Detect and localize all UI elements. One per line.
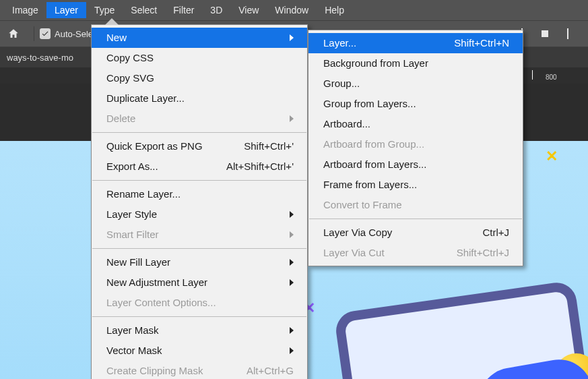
layer-menu-item-export-as[interactable]: Export As...Alt+Shift+Ctrl+' xyxy=(92,156,307,177)
menu-item-label: Layer Via Cut xyxy=(323,245,440,260)
auto-select-checkbox[interactable] xyxy=(40,28,51,39)
new-submenu: Layer...Shift+Ctrl+NBackground from Laye… xyxy=(308,30,523,266)
decor-plus-1: ✕ xyxy=(546,148,558,165)
menu-notch-icon xyxy=(105,18,119,25)
submenu-arrow-icon xyxy=(290,327,294,334)
menu-item-label: Copy CSS xyxy=(106,51,294,65)
menu-separator xyxy=(92,316,306,317)
new-submenu-item-frame-from-layers[interactable]: Frame from Layers... xyxy=(308,175,523,195)
menu-window[interactable]: Window xyxy=(267,2,317,18)
layer-menu-item-vector-mask[interactable]: Vector Mask xyxy=(92,341,307,361)
menu-item-label: Convert to Frame xyxy=(323,198,509,212)
layer-menu-item-new-adjustment-layer[interactable]: New Adjustment Layer xyxy=(92,272,307,293)
menu-separator xyxy=(92,132,306,133)
submenu-arrow-icon xyxy=(290,34,294,41)
menu-item-shortcut: Ctrl+J xyxy=(482,225,509,240)
menu-3d[interactable]: 3D xyxy=(202,2,230,18)
menu-item-shortcut: Shift+Ctrl+' xyxy=(244,139,294,154)
menu-image[interactable]: Image xyxy=(4,2,46,18)
menu-item-label: Layer... xyxy=(323,36,438,51)
menu-item-label: Copy SVG xyxy=(106,71,294,86)
menu-separator xyxy=(92,180,306,181)
submenu-arrow-icon xyxy=(290,259,294,266)
menu-item-label: Layer Style xyxy=(106,207,280,222)
layer-menu-item-create-clipping-mask: Create Clipping MaskAlt+Ctrl+G xyxy=(92,361,307,379)
submenu-arrow-icon xyxy=(290,231,294,238)
new-submenu-item-layer-via-cut: Layer Via CutShift+Ctrl+J xyxy=(308,243,523,263)
ruler-marker xyxy=(532,70,533,80)
ruler-label: 800 xyxy=(546,74,557,81)
layer-menu-item-layer-content-options: Layer Content Options... xyxy=(92,293,307,313)
layer-menu-item-copy-svg[interactable]: Copy SVG xyxy=(92,68,307,88)
menu-item-shortcut: Alt+Shift+Ctrl+' xyxy=(226,159,294,174)
menu-item-shortcut: Alt+Ctrl+G xyxy=(247,363,294,378)
layer-menu-item-smart-filter: Smart Filter xyxy=(92,225,307,245)
layer-menu-item-new[interactable]: New xyxy=(92,28,307,48)
home-icon[interactable] xyxy=(4,24,23,43)
layer-menu-item-rename-layer[interactable]: Rename Layer... xyxy=(92,184,307,204)
menu-item-label: Quick Export as PNG xyxy=(106,139,228,154)
menu-help[interactable]: Help xyxy=(317,2,352,18)
menu-item-label: New Fill Layer xyxy=(106,255,280,270)
divider xyxy=(34,26,34,41)
align-right-icon[interactable] xyxy=(560,26,576,42)
menu-item-label: Artboard from Group... xyxy=(323,137,509,152)
new-submenu-item-artboard-from-group: Artboard from Group... xyxy=(308,134,523,154)
new-submenu-item-layer-via-copy[interactable]: Layer Via CopyCtrl+J xyxy=(308,223,523,243)
menubar: ImageLayerTypeSelectFilter3DViewWindowHe… xyxy=(0,0,588,20)
submenu-arrow-icon xyxy=(290,347,294,354)
new-submenu-item-group[interactable]: Group... xyxy=(308,74,523,94)
layer-menu-item-layer-mask[interactable]: Layer Mask xyxy=(92,320,307,341)
layer-menu-item-layer-style[interactable]: Layer Style xyxy=(92,204,307,225)
layer-menu-item-duplicate-layer[interactable]: Duplicate Layer... xyxy=(92,88,307,109)
menu-item-label: Frame from Layers... xyxy=(323,177,509,192)
document-tab[interactable]: ways-to-save-mo xyxy=(4,49,76,67)
menu-item-label: Group... xyxy=(323,76,509,91)
submenu-arrow-icon xyxy=(290,211,294,218)
layer-menu-item-new-fill-layer[interactable]: New Fill Layer xyxy=(92,252,307,272)
menu-layer[interactable]: Layer xyxy=(46,2,86,18)
menu-item-label: Rename Layer... xyxy=(106,187,294,202)
menu-item-label: Artboard from Layers... xyxy=(323,157,509,172)
menu-separator xyxy=(92,248,306,249)
menu-filter[interactable]: Filter xyxy=(165,2,202,18)
new-submenu-item-layer[interactable]: Layer...Shift+Ctrl+N xyxy=(308,33,523,53)
menu-select[interactable]: Select xyxy=(123,2,165,18)
menu-item-label: Artboard... xyxy=(323,117,509,132)
menu-item-label: New xyxy=(106,30,280,45)
layer-menu-item-copy-css[interactable]: Copy CSS xyxy=(92,48,307,68)
menu-item-shortcut: Shift+Ctrl+J xyxy=(457,245,509,260)
layer-dropdown-menu: NewCopy CSSCopy SVGDuplicate Layer...Del… xyxy=(91,24,308,379)
menu-item-label: Group from Layers... xyxy=(323,96,509,111)
submenu-arrow-icon xyxy=(290,115,294,122)
menu-type[interactable]: Type xyxy=(86,2,123,18)
submenu-arrow-icon xyxy=(290,279,294,286)
menu-item-label: Smart Filter xyxy=(106,227,280,242)
menu-item-label: Layer Content Options... xyxy=(106,295,294,310)
menu-item-shortcut: Shift+Ctrl+N xyxy=(454,36,509,51)
new-submenu-item-artboard-from-layers[interactable]: Artboard from Layers... xyxy=(308,154,523,175)
menu-item-label: Delete xyxy=(106,111,280,126)
menu-item-label: Background from Layer xyxy=(323,56,509,71)
new-submenu-item-convert-to-frame: Convert to Frame xyxy=(308,195,523,215)
new-submenu-item-group-from-layers[interactable]: Group from Layers... xyxy=(308,94,523,114)
menu-item-label: Layer Via Copy xyxy=(323,225,466,240)
menu-item-label: Duplicate Layer... xyxy=(106,91,294,106)
menu-view[interactable]: View xyxy=(230,2,267,18)
layer-menu-item-delete: Delete xyxy=(92,109,307,129)
align-center-icon[interactable] xyxy=(537,26,553,42)
menu-item-label: Vector Mask xyxy=(106,343,280,358)
menu-item-label: Layer Mask xyxy=(106,323,280,338)
menu-separator xyxy=(309,218,522,219)
menu-item-label: Create Clipping Mask xyxy=(106,363,230,378)
new-submenu-item-background-from-layer[interactable]: Background from Layer xyxy=(308,53,523,74)
new-submenu-item-artboard[interactable]: Artboard... xyxy=(308,114,523,134)
layer-menu-item-quick-export-as-png[interactable]: Quick Export as PNGShift+Ctrl+' xyxy=(92,136,307,156)
menu-item-label: New Adjustment Layer xyxy=(106,275,280,290)
menu-item-label: Export As... xyxy=(106,159,210,174)
